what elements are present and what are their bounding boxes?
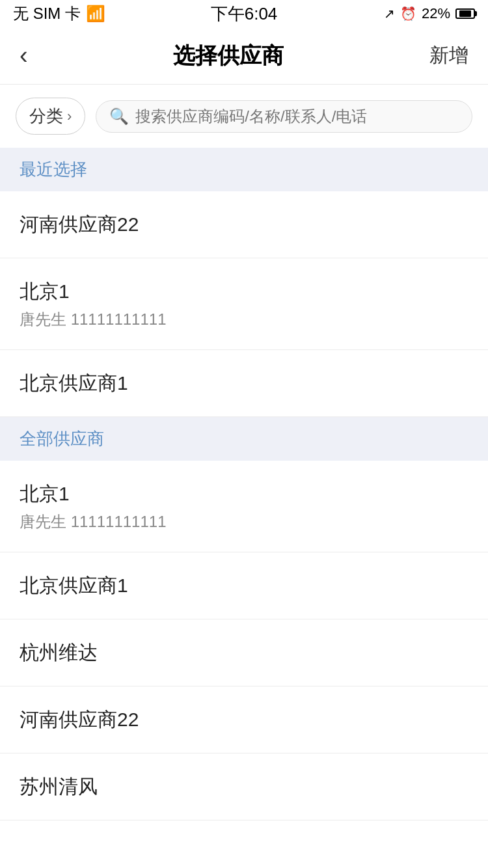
item-name: 杭州维达 bbox=[20, 639, 468, 666]
status-time: 下午6:04 bbox=[211, 3, 278, 25]
battery-icon bbox=[455, 8, 475, 19]
list-item[interactable]: 苏州清风 bbox=[0, 753, 488, 821]
back-button[interactable]: ‹ bbox=[20, 42, 28, 70]
recent-section-header: 最近选择 bbox=[0, 148, 488, 191]
category-button[interactable]: 分类 › bbox=[16, 98, 85, 135]
item-name: 北京1 bbox=[20, 480, 468, 508]
search-box[interactable]: 🔍 bbox=[96, 100, 472, 133]
filter-bar: 分类 › 🔍 bbox=[0, 85, 488, 148]
status-bar: 无 SIM 卡 📶 下午6:04 ↗ ⏰ 22% bbox=[0, 0, 488, 27]
list-item[interactable]: 北京1唐先生 11111111111 bbox=[0, 461, 488, 552]
direction-icon: ↗ bbox=[384, 6, 395, 21]
item-name: 苏州清风 bbox=[20, 773, 468, 800]
item-name: 北京供应商1 bbox=[20, 370, 468, 397]
recent-list: 河南供应商22北京1唐先生 11111111111北京供应商1 bbox=[0, 191, 488, 417]
search-input[interactable] bbox=[135, 107, 459, 126]
item-sub: 唐先生 11111111111 bbox=[20, 309, 468, 330]
search-icon: 🔍 bbox=[109, 107, 129, 126]
list-item[interactable]: 河南供应商22 bbox=[0, 686, 488, 753]
chevron-right-icon: › bbox=[67, 108, 72, 125]
add-button[interactable]: 新增 bbox=[429, 42, 468, 69]
battery-text: 22% bbox=[422, 5, 450, 22]
nav-bar: ‹ 选择供应商 新增 bbox=[0, 27, 488, 85]
list-item[interactable]: 河南供应商22 bbox=[0, 191, 488, 258]
list-item[interactable]: 北京供应商1 bbox=[0, 350, 488, 417]
item-name: 河南供应商22 bbox=[20, 706, 468, 733]
item-sub: 唐先生 11111111111 bbox=[20, 511, 468, 532]
status-right: ↗ ⏰ 22% bbox=[384, 5, 475, 22]
page-title: 选择供应商 bbox=[173, 41, 284, 71]
all-list: 北京1唐先生 11111111111北京供应商1杭州维达河南供应商22苏州清风 bbox=[0, 461, 488, 821]
item-name: 北京1 bbox=[20, 278, 468, 305]
list-item[interactable]: 北京供应商1 bbox=[0, 552, 488, 619]
list-item[interactable]: 北京1唐先生 11111111111 bbox=[0, 258, 488, 350]
item-name: 北京供应商1 bbox=[20, 572, 468, 599]
all-section-header: 全部供应商 bbox=[0, 417, 488, 461]
list-item[interactable]: 杭州维达 bbox=[0, 619, 488, 686]
wifi-icon: 📶 bbox=[86, 5, 105, 23]
no-sim-text: 无 SIM 卡 bbox=[13, 3, 81, 24]
status-left: 无 SIM 卡 📶 bbox=[13, 3, 105, 24]
item-name: 河南供应商22 bbox=[20, 211, 468, 238]
alarm-icon: ⏰ bbox=[400, 6, 416, 21]
category-label: 分类 bbox=[29, 105, 63, 128]
